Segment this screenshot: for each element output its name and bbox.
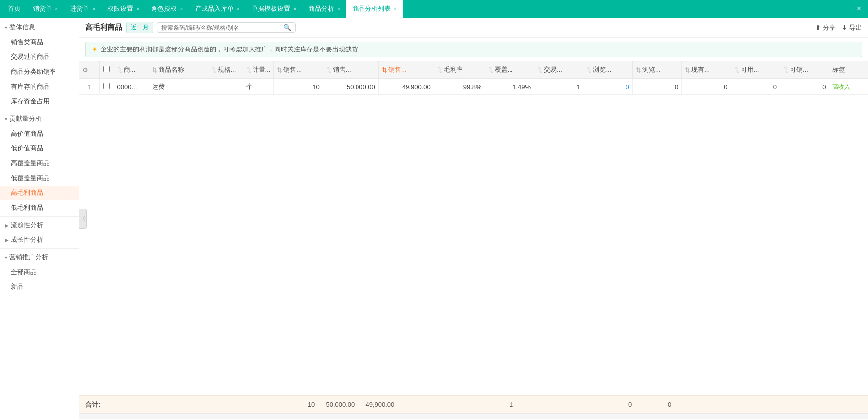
sort-icon: ⇅ bbox=[586, 66, 592, 74]
search-box: 🔍 bbox=[157, 22, 296, 33]
data-table-wrapper[interactable]: ⚙ ⇅ 商... bbox=[79, 61, 868, 395]
horizontal-scrollbar[interactable] bbox=[79, 413, 868, 419]
cell-gross-rate: 99.8% bbox=[434, 79, 485, 95]
nav-tab-permissions[interactable]: 权限设置 × bbox=[102, 0, 145, 18]
sort-icon: ⇅ bbox=[685, 66, 690, 74]
nav-tab-sales[interactable]: 销货单 × bbox=[27, 0, 64, 18]
footer-available: 0 bbox=[635, 401, 674, 408]
sidebar-group-contribution[interactable]: ▾ 贡献量分析 bbox=[0, 111, 79, 126]
sort-icon: ⇅ bbox=[246, 66, 252, 74]
cell-tag: 高收入 bbox=[829, 79, 868, 95]
sidebar-item-traded-goods[interactable]: 交易过的商品 bbox=[0, 49, 79, 64]
nav-tab-product-analysis[interactable]: 商品分析 × bbox=[303, 0, 346, 18]
close-icon[interactable]: × bbox=[394, 6, 397, 12]
export-button[interactable]: ⬇ 导出 bbox=[842, 23, 862, 32]
col-header-code: ⇅ 商... bbox=[114, 61, 149, 79]
sidebar-item-low-value[interactable]: 低价值商品 bbox=[0, 141, 79, 156]
divider bbox=[0, 216, 79, 217]
row-checkbox[interactable] bbox=[103, 83, 110, 89]
sidebar-group-marketing[interactable]: ▾ 营销推广分析 bbox=[0, 250, 79, 265]
sidebar-item-in-stock[interactable]: 有库存的商品 bbox=[0, 79, 79, 94]
chevron-right-icon: ▶ bbox=[5, 223, 9, 228]
nav-tab-roles[interactable]: 角色授权 × bbox=[145, 0, 189, 18]
sidebar-item-category-rate[interactable]: 商品分类助销率 bbox=[0, 64, 79, 79]
search-input[interactable] bbox=[161, 24, 281, 31]
cell-trade: 1 bbox=[534, 79, 583, 95]
sidebar-group-trend[interactable]: ▶ 流趋性分析 bbox=[0, 218, 79, 233]
footer-trade: 1 bbox=[476, 401, 516, 408]
col-header-sales1: ⇅ 销售... bbox=[274, 61, 323, 79]
footer-sales1: 10 bbox=[278, 401, 318, 408]
sort-icon: ⇅ bbox=[437, 66, 443, 74]
info-icon: ✦ bbox=[92, 46, 98, 53]
info-banner: ✦ 企业的主要的利润都是这部分商品创造的，可考虑加大推广，同时关注库存是不要出现… bbox=[85, 42, 862, 57]
page-title: 高毛利商品 bbox=[85, 23, 122, 32]
nav-tab-product-in[interactable]: 产成品入库单 × bbox=[189, 0, 246, 18]
chevron-right-icon: ▶ bbox=[5, 237, 9, 243]
cell-name: 运费 bbox=[149, 79, 208, 95]
share-button[interactable]: ⬆ 分享 bbox=[816, 23, 836, 32]
sort-icon: ⇅ bbox=[277, 66, 282, 74]
sidebar-item-low-gross[interactable]: 低毛利商品 bbox=[0, 200, 79, 215]
settings-icon[interactable]: ⚙ bbox=[82, 66, 88, 74]
cell-unit: 个 bbox=[243, 79, 274, 95]
sidebar-item-low-coverage[interactable]: 低覆盖量商品 bbox=[0, 171, 79, 186]
filter-month-button[interactable]: 近一月 bbox=[126, 22, 153, 33]
sidebar-group-growth[interactable]: ▶ 成长性分析 bbox=[0, 233, 79, 247]
divider bbox=[0, 248, 79, 249]
main-layout: ▾ 整体信息 销售类商品 交易过的商品 商品分类助销率 有库存的商品 库存资金占… bbox=[0, 18, 868, 419]
close-icon[interactable]: × bbox=[293, 6, 296, 12]
col-header-num: ⚙ bbox=[79, 61, 99, 79]
close-icon[interactable]: × bbox=[55, 6, 58, 12]
sidebar: ▾ 整体信息 销售类商品 交易过的商品 商品分类助销率 有库存的商品 库存资金占… bbox=[0, 18, 79, 419]
sidebar-group-overall[interactable]: ▾ 整体信息 bbox=[0, 20, 79, 35]
cell-browse2: 0 bbox=[632, 79, 681, 95]
close-icon[interactable]: × bbox=[92, 6, 95, 12]
header-actions: ⬆ 分享 ⬇ 导出 bbox=[816, 23, 862, 32]
col-header-browse1: ⇅ 浏览... bbox=[583, 61, 632, 79]
col-header-browse2: ⇅ 浏览... bbox=[632, 61, 681, 79]
sort-icon: ⇅ bbox=[488, 66, 494, 74]
sort-icon: ⇅ bbox=[382, 66, 387, 74]
cell-spec bbox=[208, 79, 243, 95]
sidebar-item-new-goods[interactable]: 新品 bbox=[0, 279, 79, 294]
sidebar-item-stock-capital[interactable]: 库存资金占用 bbox=[0, 94, 79, 109]
cell-check bbox=[99, 79, 114, 95]
sidebar-item-sales-goods[interactable]: 销售类商品 bbox=[0, 35, 79, 49]
nav-tab-home[interactable]: 首页 bbox=[2, 0, 27, 18]
footer-sales2: 50,000.00 bbox=[318, 401, 357, 408]
nav-tab-purchase[interactable]: 进货单 × bbox=[64, 0, 101, 18]
cell-code: 0000... bbox=[114, 79, 149, 95]
sort-icon: ⇅ bbox=[326, 66, 332, 74]
data-table: ⚙ ⇅ 商... bbox=[79, 61, 868, 95]
sidebar-item-all-goods[interactable]: 全部商品 bbox=[0, 265, 79, 279]
sort-icon: ⇅ bbox=[152, 66, 157, 74]
chevron-down-icon: ▾ bbox=[5, 255, 7, 260]
close-all-button[interactable]: × bbox=[852, 4, 866, 13]
close-icon[interactable]: × bbox=[237, 6, 240, 12]
col-header-name: ⇅ 商品名称 bbox=[149, 61, 208, 79]
select-all-checkbox[interactable] bbox=[103, 66, 110, 72]
cell-current: 0 bbox=[682, 79, 731, 95]
close-icon[interactable]: × bbox=[180, 6, 183, 12]
col-header-unit: ⇅ 计量... bbox=[243, 61, 274, 79]
col-header-check bbox=[99, 61, 114, 79]
nav-tab-product-analysis-list[interactable]: 商品分析列表 × bbox=[346, 0, 403, 18]
close-icon[interactable]: × bbox=[136, 6, 139, 12]
sidebar-item-high-value[interactable]: 高价值商品 bbox=[0, 126, 79, 141]
close-icon[interactable]: × bbox=[337, 6, 340, 12]
sidebar-item-high-coverage[interactable]: 高覆盖量商品 bbox=[0, 156, 79, 171]
nav-tab-template[interactable]: 单据模板设置 × bbox=[246, 0, 302, 18]
sort-icon: ⇅ bbox=[117, 66, 123, 74]
content-header: 高毛利商品 近一月 🔍 ⬆ 分享 ⬇ 导出 bbox=[79, 18, 868, 38]
col-header-spec: ⇅ 规格... bbox=[208, 61, 243, 79]
search-icon[interactable]: 🔍 bbox=[283, 24, 291, 31]
col-header-current: ⇅ 现有... bbox=[682, 61, 731, 79]
cell-sales3: 49,900.00 bbox=[378, 79, 434, 95]
scroll-inner bbox=[79, 414, 868, 419]
cell-sales1: 10 bbox=[274, 79, 323, 95]
sidebar-item-high-gross[interactable]: 高毛利商品 bbox=[0, 186, 79, 200]
sort-icon: ⇅ bbox=[783, 66, 789, 74]
sidebar-collapse-button[interactable]: 《 bbox=[79, 209, 87, 229]
chevron-down-icon: ▾ bbox=[5, 116, 7, 122]
